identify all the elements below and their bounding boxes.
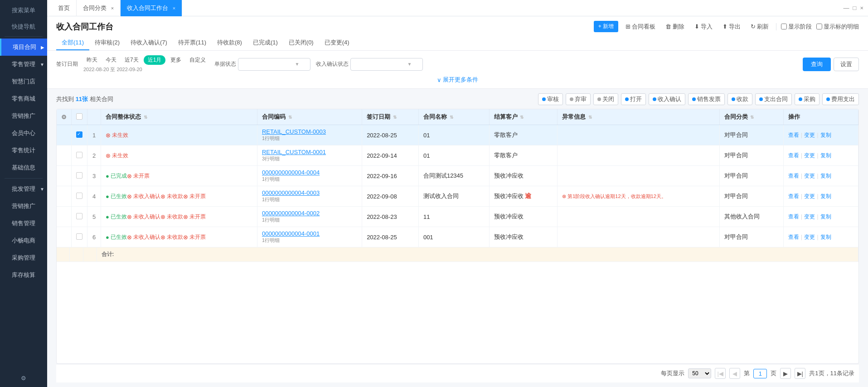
col-contract-name-header[interactable]: 合同名称 ⇅ [418, 109, 489, 125]
filter-tab-changed[interactable]: 已变更(4) [319, 36, 355, 50]
filter-tab-pending-review[interactable]: 待审核(2) [89, 36, 125, 50]
op-view-2[interactable]: 查看 [788, 172, 799, 180]
checkbox-4[interactable] [76, 213, 82, 219]
op-view-4[interactable]: 查看 [788, 213, 799, 221]
op-change-0[interactable]: 变更 [804, 131, 815, 139]
filter-tab-pending-confirm[interactable]: 待收入确认(7) [125, 36, 173, 50]
sidebar-item-marketing[interactable]: 营销推广 [0, 107, 47, 125]
row-settings-5[interactable] [57, 227, 72, 247]
next-page-button[interactable]: ▶ [780, 368, 791, 379]
page-size-select[interactable]: 50 20 100 [688, 368, 711, 378]
date-btn-7days[interactable]: 近7天 [121, 55, 142, 65]
table-row[interactable]: 1 ⊗ 未生效 RETAIL_CUSTOM-0003 1行明细 2022-08-… [57, 125, 858, 145]
contract-code-link-3[interactable]: 0000000000004-0003 [262, 189, 320, 196]
contract-code-link-4[interactable]: 0000000000004-0002 [262, 210, 320, 217]
op-change-3[interactable]: 变更 [804, 193, 815, 200]
row-checkbox-0[interactable] [72, 125, 87, 145]
op-copy-2[interactable]: 复制 [820, 172, 831, 180]
filter-tab-pending-invoice[interactable]: 待开票(11) [173, 36, 212, 50]
date-btn-custom[interactable]: 自定义 [186, 55, 209, 65]
op-change-5[interactable]: 变更 [804, 233, 815, 241]
row-checkbox-5[interactable] [72, 227, 87, 247]
op-change-1[interactable]: 变更 [804, 152, 815, 160]
sidebar-item-marketing2[interactable]: 营销推广 [0, 198, 47, 215]
op-view-3[interactable]: 查看 [788, 193, 799, 200]
op-copy-1[interactable]: 复制 [820, 152, 831, 160]
sidebar-item-smart-store[interactable]: 智慧门店 [0, 73, 47, 90]
date-btn-yesterday[interactable]: 昨天 [83, 55, 101, 65]
action-receipt[interactable]: 收款 [727, 93, 752, 105]
checkbox-5[interactable] [76, 233, 82, 240]
prev-page-button[interactable]: ◀ [729, 368, 740, 379]
sidebar-settings[interactable]: ⚙ [0, 369, 47, 387]
op-copy-0[interactable]: 复制 [820, 131, 831, 139]
tab-close-income-workbench[interactable]: × [173, 5, 175, 11]
show-stages-checkbox[interactable]: 显示阶段 [781, 23, 812, 31]
filter-tab-closed[interactable]: 已关闭(0) [283, 36, 319, 50]
op-change-4[interactable]: 变更 [804, 213, 815, 221]
table-row[interactable]: 3 ● 已完成⊗ 未开票 0000000000004-0004 1行明细 202… [57, 166, 858, 186]
col-sign-date-header[interactable]: 签订日期 ⇅ [362, 109, 419, 125]
show-marks-input[interactable] [816, 24, 822, 29]
checkbox-2[interactable] [76, 172, 82, 179]
sidebar-item-project-contract[interactable]: 项目合同 ▶ [0, 39, 47, 56]
sidebar-item-retail-mall[interactable]: 零售商城 [0, 90, 47, 107]
row-settings-1[interactable] [57, 145, 72, 166]
confirm-status-select[interactable]: ▼ [350, 58, 423, 71]
sidebar-item-member-center[interactable]: 会员中心 [0, 125, 47, 142]
col-contract-code-header[interactable]: 合同编码 ⇅ [257, 109, 362, 125]
op-view-5[interactable]: 查看 [788, 233, 799, 241]
action-sales-invoice[interactable]: 销售发票 [688, 93, 725, 105]
minimize-button[interactable]: — [844, 5, 849, 11]
setting-button[interactable]: 设置 [834, 58, 859, 71]
checkbox-3[interactable] [76, 193, 82, 199]
last-page-button[interactable]: ▶| [795, 368, 805, 379]
row-settings-2[interactable] [57, 166, 72, 186]
table-row[interactable]: 6 ● 已生效⊗ 未收入确认⊗ 未收款⊗ 未开票 0000000000004-0… [57, 227, 858, 247]
sidebar-item-sales-mgmt[interactable]: 销售管理 [0, 215, 47, 232]
row-checkbox-1[interactable] [72, 145, 87, 166]
col-checkbox-header[interactable] [72, 109, 87, 125]
op-copy-5[interactable]: 复制 [820, 233, 831, 241]
op-view-0[interactable]: 查看 [788, 131, 799, 139]
row-checkbox-4[interactable] [72, 207, 87, 227]
contract-code-link-2[interactable]: 0000000000004-0004 [262, 169, 320, 176]
row-settings-3[interactable] [57, 186, 72, 207]
sidebar-item-purchase-mgmt[interactable]: 采购管理 [0, 249, 47, 266]
date-btn-more[interactable]: 更多 [167, 55, 184, 65]
close-window-button[interactable]: × [860, 5, 863, 11]
sidebar-item-basic-info[interactable]: 基础信息 [0, 159, 47, 176]
filter-tab-all[interactable]: 全部(11) [56, 36, 89, 50]
kanban-button[interactable]: ⊞ 合同看板 [623, 21, 658, 32]
refresh-button[interactable]: ↻ 刷新 [748, 21, 771, 32]
doc-status-select[interactable]: ▼ [238, 58, 310, 71]
new-button[interactable]: + 新增 [594, 21, 618, 32]
sidebar-item-stock-calc[interactable]: 库存核算 [0, 266, 47, 284]
op-change-2[interactable]: 变更 [804, 172, 815, 180]
row-settings-4[interactable] [57, 207, 72, 227]
checkbox-0[interactable] [76, 131, 82, 138]
sidebar-item-retail-stats[interactable]: 零售统计 [0, 142, 47, 159]
sidebar-search[interactable]: 搜索菜单 [0, 0, 47, 19]
table-row[interactable]: 4 ● 已生效⊗ 未收入确认⊗ 未收款⊗ 未开票 0000000000004-0… [57, 186, 858, 207]
col-error-info-header[interactable]: 异常信息 ⇅ [558, 109, 719, 125]
sidebar-item-wholesale-mgmt[interactable]: 批发管理 ▼ [0, 180, 47, 198]
show-marks-checkbox[interactable]: 显示标的明细 [816, 23, 859, 31]
delete-button[interactable]: 🗑 删除 [663, 21, 687, 32]
export-button[interactable]: ⬆ 导出 [720, 21, 743, 32]
date-btn-today[interactable]: 今天 [102, 55, 120, 65]
filter-tab-completed[interactable]: 已完成(1) [247, 36, 283, 50]
action-expense-out[interactable]: 费用支出 [822, 93, 859, 105]
contract-code-link-5[interactable]: 0000000000004-0001 [262, 230, 320, 237]
action-close[interactable]: 关闭 [593, 93, 618, 105]
first-page-button[interactable]: |◀ [715, 368, 726, 379]
action-income-confirm[interactable]: 收入确认 [649, 93, 685, 105]
action-expense-contract[interactable]: 支出合同 [755, 93, 792, 105]
row-checkbox-3[interactable] [72, 186, 87, 207]
contract-code-link-1[interactable]: RETAIL_CUSTOM-0001 [262, 149, 326, 155]
expand-more-btn[interactable]: ∨ 展开更多条件 [56, 76, 859, 84]
action-abandon[interactable]: 弃审 [566, 93, 591, 105]
date-btn-1month[interactable]: 近1月 [144, 55, 166, 65]
filter-tab-pending-receipt[interactable]: 待收款(8) [212, 36, 247, 50]
tab-close-contract-category[interactable]: × [111, 5, 114, 11]
